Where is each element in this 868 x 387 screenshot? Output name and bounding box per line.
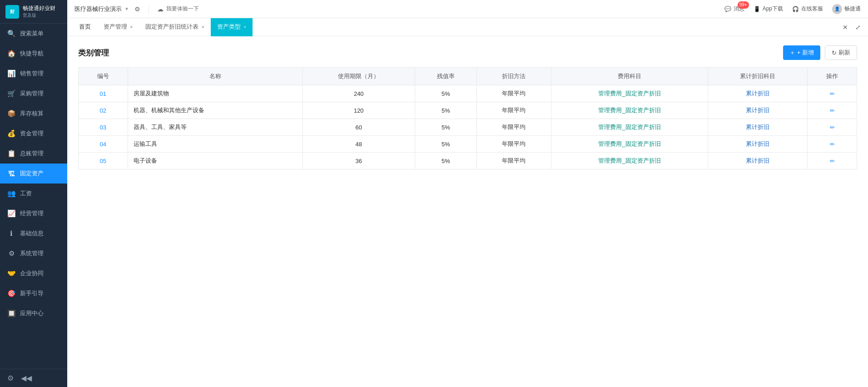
handshake-icon: 🤝: [7, 269, 15, 278]
target-icon: 🎯: [7, 289, 15, 298]
logo-icon: 财: [5, 5, 19, 19]
new-button[interactable]: ＋ + 新增: [783, 45, 820, 60]
col-accumulated: 累计折旧科目: [708, 68, 808, 85]
tab-asset-mgmt[interactable]: 资产管理 ×: [97, 18, 139, 36]
app-download-label: App下载: [763, 5, 783, 13]
cell-name: 器具、工具、家具等: [128, 119, 303, 136]
sidebar-item-label: 系统管理: [20, 249, 44, 258]
sidebar-bottom: ⚙ ◀◀: [0, 369, 67, 387]
message-button[interactable]: 💬 消息 99+: [724, 5, 744, 13]
content-header: 类别管理 ＋ + 新增 ↻ 刷新: [78, 45, 857, 60]
table-row: 03 器具、工具、家具等 60 5% 年限平均 管理费用_固定资产折旧 累计折旧…: [79, 119, 857, 136]
sidebar-item-finance[interactable]: 💰 资金管理: [0, 124, 67, 144]
user-menu[interactable]: 👤 畅捷通: [832, 4, 861, 14]
cell-expense: 管理费用_固定资产折旧: [551, 153, 708, 169]
edit-icon[interactable]: ✏: [830, 107, 835, 114]
sidebar-item-label: 搜索菜单: [20, 30, 44, 38]
sidebar-item-quick-nav[interactable]: 🏠 快捷导航: [0, 44, 67, 64]
cell-salvage: 5%: [415, 85, 476, 102]
cell-method: 年限平均: [476, 119, 551, 136]
trending-icon: 📈: [7, 209, 15, 218]
sidebar-item-purchase[interactable]: 🛒 采购管理: [0, 84, 67, 104]
edit-icon[interactable]: ✏: [830, 124, 835, 131]
service-button[interactable]: 🎧 在线客服: [792, 5, 823, 13]
settings-bottom-icon[interactable]: ⚙: [7, 374, 14, 382]
topbar-settings-icon[interactable]: ⚙: [134, 5, 140, 13]
tab-depreciation[interactable]: 固定资产折旧统计表 ×: [139, 18, 210, 36]
sidebar-item-ledger[interactable]: 📋 总账管理: [0, 144, 67, 164]
grid-icon: 🔲: [7, 309, 15, 318]
sidebar-item-basic-info[interactable]: ℹ 基础信息: [0, 223, 67, 243]
cell-action[interactable]: ✏: [808, 153, 857, 169]
sidebar-item-sales[interactable]: 📊 销售管理: [0, 64, 67, 84]
company-selector[interactable]: 医疗器械行业演示 ▼: [74, 5, 129, 13]
edit-icon[interactable]: ✏: [830, 158, 835, 164]
refresh-button-label: 刷新: [838, 49, 850, 57]
cell-method: 年限平均: [476, 85, 551, 102]
tabs-bar: 首页 资产管理 × 固定资产折旧统计表 × 资产类型 × ✕ ⤢: [67, 18, 868, 36]
col-id: 编号: [79, 68, 128, 85]
content-area: 类别管理 ＋ + 新增 ↻ 刷新 编号 名称 使用期限（月） 残值率: [67, 36, 868, 387]
home-icon: 🏠: [7, 50, 15, 58]
cell-salvage: 5%: [415, 119, 476, 136]
cell-action[interactable]: ✏: [808, 85, 857, 102]
sidebar-item-label: 应用中心: [20, 309, 44, 318]
tab-asset-type-close[interactable]: ×: [243, 24, 246, 30]
sidebar-item-inventory[interactable]: 📦 库存核算: [0, 104, 67, 124]
cart-icon: 🛒: [7, 89, 15, 98]
tab-depreciation-close[interactable]: ×: [201, 24, 204, 30]
topbar-divider: [149, 5, 149, 14]
app-download-button[interactable]: 📱 App下载: [754, 5, 783, 13]
edit-icon[interactable]: ✏: [830, 141, 835, 148]
cloud-icon: ☁: [157, 5, 164, 13]
cell-action[interactable]: ✏: [808, 102, 857, 119]
sidebar: 财 畅捷通好业财 普及版 🔍 搜索菜单 🏠 快捷导航 📊 销售管理 🛒 采购管理…: [0, 0, 67, 387]
cell-action[interactable]: ✏: [808, 119, 857, 136]
chevron-down-icon: ▼: [124, 6, 129, 11]
sidebar-nav: 🔍 搜索菜单 🏠 快捷导航 📊 销售管理 🛒 采购管理 📦 库存核算 💰 资金管…: [0, 24, 67, 369]
cell-months: 240: [303, 85, 415, 102]
refresh-button[interactable]: ↻ 刷新: [825, 45, 857, 60]
tab-expand-button[interactable]: ⤢: [853, 22, 863, 33]
table-header-row: 编号 名称 使用期限（月） 残值率 折旧方法 费用科目 累计折旧科目 操作: [79, 68, 857, 85]
sidebar-item-label: 采购管理: [20, 89, 44, 98]
building-icon: 🏗: [7, 170, 15, 178]
tab-close-button[interactable]: ✕: [841, 22, 850, 33]
refresh-icon: ↻: [832, 50, 837, 56]
sidebar-item-app-center[interactable]: 🔲 应用中心: [0, 303, 67, 323]
cell-method: 年限平均: [476, 102, 551, 119]
cell-accumulated: 累计折旧: [708, 136, 808, 153]
sidebar-item-label: 基础信息: [20, 229, 44, 238]
sidebar-item-search[interactable]: 🔍 搜索菜单: [0, 24, 67, 44]
user-name: 畅捷通: [844, 5, 861, 13]
tab-asset-type[interactable]: 资产类型 ×: [211, 18, 253, 36]
sidebar-item-system[interactable]: ⚙ 系统管理: [0, 243, 67, 263]
cell-salvage: 5%: [415, 153, 476, 169]
sidebar-item-cooperation[interactable]: 🤝 企业协同: [0, 263, 67, 283]
plus-icon: ＋: [789, 49, 795, 57]
cell-id: 01: [79, 85, 128, 102]
tab-home[interactable]: 首页: [73, 18, 97, 36]
info-icon: ℹ: [7, 229, 15, 238]
sidebar-item-fixed-assets[interactable]: 🏗 固定资产: [0, 164, 67, 184]
experience-label: 我要体验一下: [166, 5, 199, 13]
experience-button[interactable]: ☁ 我要体验一下: [157, 5, 199, 13]
cell-action[interactable]: ✏: [808, 136, 857, 153]
table-row: 01 房屋及建筑物 240 5% 年限平均 管理费用_固定资产折旧 累计折旧 ✏: [79, 85, 857, 102]
cell-name: 机器、机械和其他生产设备: [128, 102, 303, 119]
category-table: 编号 名称 使用期限（月） 残值率 折旧方法 费用科目 累计折旧科目 操作 01…: [78, 67, 857, 169]
sidebar-item-payroll[interactable]: 👥 工资: [0, 184, 67, 203]
logo-title: 畅捷通好业财: [23, 5, 55, 12]
sidebar-item-operations[interactable]: 📈 经营管理: [0, 203, 67, 223]
logo-text: 畅捷通好业财 普及版: [23, 5, 55, 18]
search-icon: 🔍: [7, 30, 15, 38]
collapse-icon[interactable]: ◀◀: [21, 374, 32, 382]
edit-icon[interactable]: ✏: [830, 90, 835, 97]
col-method: 折旧方法: [476, 68, 551, 85]
sidebar-item-guide[interactable]: 🎯 新手引导: [0, 283, 67, 303]
avatar: 👤: [832, 4, 842, 14]
sidebar-item-label: 工资: [20, 189, 32, 198]
tab-depreciation-label: 固定资产折旧统计表: [145, 23, 198, 31]
tab-asset-mgmt-close[interactable]: ×: [130, 24, 133, 30]
cell-id: 02: [79, 102, 128, 119]
